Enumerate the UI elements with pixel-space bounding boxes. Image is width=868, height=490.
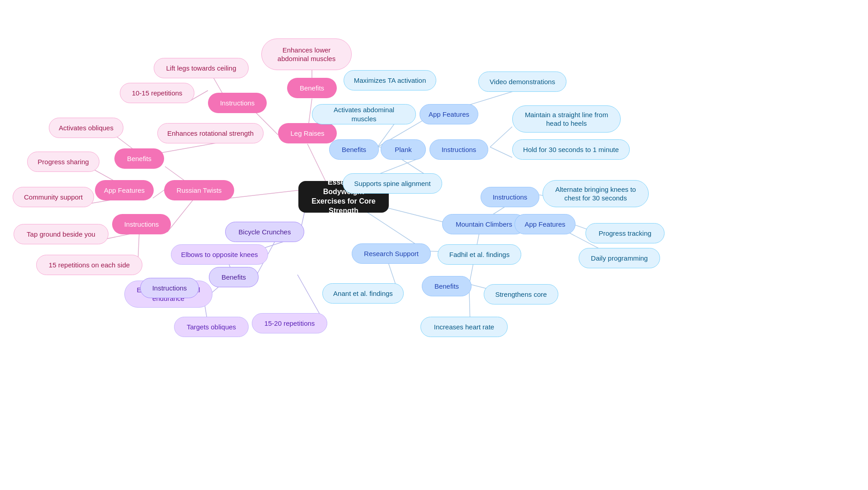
plank-video-node: Video demonstrations [478, 71, 566, 92]
mountain-strengthens-node: Strengthens core [484, 284, 558, 304]
bicycle-instructions-node[interactable]: Instructions [140, 278, 199, 298]
russian-progress-sharing-node: Progress sharing [27, 152, 99, 172]
svg-line-34 [490, 147, 512, 157]
mountain-progress-node: Progress tracking [585, 223, 665, 243]
mountain-climbers-node[interactable]: Mountain Climbers [442, 214, 526, 234]
anant-findings-node: Anant et al. findings [322, 283, 404, 304]
russian-enhances-node: Enhances rotational strength [157, 123, 264, 143]
plank-activates-node: Activates abdominal muscles [312, 104, 416, 124]
bicycle-crunches-node[interactable]: Bicycle Crunches [225, 222, 304, 242]
mountain-app-features-node[interactable]: App Features [514, 214, 576, 234]
plank-app-features-node[interactable]: App Features [420, 104, 478, 124]
research-support-node[interactable]: Research Support [352, 243, 431, 264]
svg-line-1 [230, 190, 301, 198]
leg-raises-1015-node: 10-15 repetitions [120, 83, 194, 103]
leg-raises-instructions-node[interactable]: Instructions [208, 93, 267, 113]
mountain-alternate-node: Alternate bringing knees to chest for 30… [542, 180, 649, 207]
plank-benefits-node[interactable]: Benefits [329, 139, 379, 160]
russian-benefits-node[interactable]: Benefits [114, 148, 164, 169]
russian-community-node: Community support [13, 187, 94, 207]
mountain-benefits-node[interactable]: Benefits [422, 276, 472, 296]
plank-supports-node: Supports spine alignment [343, 173, 442, 194]
bicycle-elbows-node: Elbows to opposite knees [171, 244, 268, 265]
russian-twists-node[interactable]: Russian Twists [164, 180, 234, 200]
russian-app-features-node[interactable]: App Features [95, 180, 154, 200]
leg-raises-lift-node: Lift legs towards ceiling [154, 58, 249, 78]
leg-raises-enhances-node: Enhances lower abdominal muscles [261, 38, 352, 70]
bicycle-benefits-node[interactable]: Benefits [209, 267, 259, 287]
russian-tap-node: Tap ground beside you [14, 224, 108, 244]
svg-line-33 [490, 127, 512, 147]
svg-line-17 [167, 198, 194, 232]
russian-instructions-node[interactable]: Instructions [112, 214, 171, 234]
svg-line-0 [307, 144, 326, 181]
mountain-daily-node: Daily programming [579, 248, 660, 268]
russian-activates-node: Activates obliques [49, 118, 123, 138]
plank-hold-node: Hold for 30 seconds to 1 minute [512, 139, 630, 160]
plank-instructions-node[interactable]: Instructions [429, 139, 488, 160]
plank-node[interactable]: Plank [381, 139, 426, 160]
mountain-increases-node: Increases heart rate [420, 317, 508, 337]
bicycle-1520-node: 15-20 repetitions [252, 313, 327, 333]
mountain-instructions-node[interactable]: Instructions [481, 187, 539, 207]
fadhil-findings-node: Fadhil et al. findings [438, 244, 521, 265]
bicycle-targets-node: Targets obliques [174, 317, 249, 337]
leg-raises-node[interactable]: Leg Raises [278, 123, 337, 143]
leg-raises-benefits-node[interactable]: Benefits [287, 78, 337, 98]
russian-15reps-node: 15 repetitions on each side [36, 255, 142, 275]
plank-straight-node: Maintain a straight line from head to he… [512, 105, 621, 133]
plank-maximizes-node: Maximizes TA activation [344, 70, 436, 90]
